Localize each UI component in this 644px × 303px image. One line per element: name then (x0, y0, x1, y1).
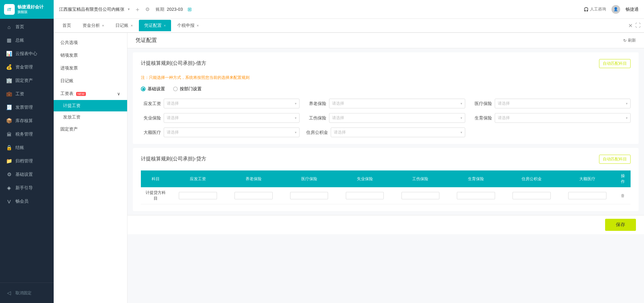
tab-journal[interactable]: 日记账 × (110, 20, 138, 31)
service-button[interactable]: 🎧 人工咨询 (584, 6, 606, 12)
row-label: 计提贷方科目 (141, 187, 170, 204)
sidebar-item-label: 税务管理 (15, 131, 33, 137)
sidebar-item-label: 发票管理 (15, 104, 33, 110)
tab-voucher-close[interactable]: × (164, 23, 166, 28)
select-gsbx-placeholder: 请选择 (332, 115, 344, 121)
app-edition: 旗舰版 (17, 10, 44, 14)
left-menu-public[interactable]: 公共选项 (54, 36, 127, 49)
select-yfgz-placeholder: 请选择 (167, 101, 179, 106)
sidebar-item-asset[interactable]: 🏢 固定资产 (0, 74, 54, 87)
tab-journal-label: 日记账 (115, 22, 128, 29)
radio-basic-label: 基础设置 (148, 86, 165, 92)
topbar-right: 🎧 人工咨询 👤 畅捷通 (584, 5, 639, 14)
col-sybx2: 生育保险 (448, 170, 504, 187)
home-icon: ⌂ (6, 24, 12, 30)
dropdown-arrow-icon[interactable]: ▾ (128, 7, 130, 11)
select-sybx[interactable]: 请选择 ▾ (164, 113, 300, 123)
input-dyyl[interactable] (568, 192, 606, 199)
sidebar-item-salary[interactable]: 💼 工资 (0, 87, 54, 101)
sidebar-item-home[interactable]: ⌂ 首页 (0, 20, 54, 34)
topbar: 江西服宝精品有限责任公司内账张 ▾ ＋ ⚙ 账期 2023-03 ⊞ 🎧 人工咨… (54, 0, 644, 19)
select-gsbx[interactable]: 请选择 ▾ (329, 113, 465, 123)
tab-finance-close[interactable]: × (102, 23, 104, 28)
input-zfgjj[interactable] (513, 192, 550, 199)
settings-gear-icon[interactable]: ⚙ (145, 6, 150, 12)
left-menu-salary-pay[interactable]: 发放工资 (54, 111, 127, 123)
col-sybx: 失业保险 (337, 170, 393, 187)
auto-match-credit-button[interactable]: 自动匹配科目 (599, 155, 631, 164)
sidebar-item-close[interactable]: 🔒 结账 (0, 141, 54, 154)
radio-dept[interactable]: 按部门设置 (173, 86, 202, 92)
pin-icon: ◁ (6, 290, 12, 296)
select-ylbx2-placeholder: 请选择 (498, 101, 510, 106)
input-yfgz[interactable] (179, 192, 217, 199)
sidebar-item-label: 畅会员 (15, 198, 29, 204)
refresh-button[interactable]: ↻ 刷新 (623, 38, 636, 43)
sidebar-item-report[interactable]: 📊 云报表中心 (0, 47, 54, 60)
avatar: 👤 (611, 5, 620, 14)
tab-tax[interactable]: 个税申报 × (172, 20, 204, 31)
left-menu-salary-table[interactable]: 工资表 NEW ∨ (54, 87, 127, 100)
credit-section: 计提核算规则(公司承担)-贷方 自动匹配科目 科目 应发工资 养老保险 医疗保险… (133, 148, 639, 211)
select-yfgz-arrow: ▾ (295, 102, 297, 105)
tabs-bar: 首页 资金分析 × 日记账 × 凭证配置 × 个税申报 × ✕ ⛶ (54, 19, 644, 33)
input-ylbx2[interactable] (290, 192, 328, 199)
sidebar-item-fund[interactable]: 💰 资金管理 (0, 60, 54, 74)
left-menu-sale-invoice[interactable]: 销项发票 (54, 49, 127, 62)
expand-tab-icon[interactable]: ⛶ (635, 22, 641, 29)
sidebar-item-settings[interactable]: ⚙ 基础设置 (0, 168, 54, 181)
input-sybx2[interactable] (457, 192, 495, 199)
sidebar-nav: ⌂ 首页 ▦ 总账 📊 云报表中心 💰 资金管理 🏢 固定资产 💼 工资 🧾 发… (0, 19, 54, 283)
left-menu-fixed-asset[interactable]: 固定资产 (54, 123, 127, 136)
form-item-gsbx: 工伤保险 请选择 ▾ (306, 113, 465, 123)
sidebar-item-member[interactable]: V 畅会员 (0, 195, 54, 208)
select-sybx-arrow: ▾ (295, 116, 297, 120)
auto-match-debit-button[interactable]: 自动匹配科目 (599, 59, 631, 68)
left-menu-purchase-invoice[interactable]: 进项发票 (54, 62, 127, 74)
refresh-label: 刷新 (628, 38, 636, 43)
left-menu-salary-calc[interactable]: 计提工资 (54, 100, 127, 111)
select-yfgz[interactable]: 请选择 ▾ (164, 99, 300, 108)
left-menu-journal[interactable]: 日记账 (54, 74, 127, 87)
cancel-pin-button[interactable]: ◁ 取消固定 (0, 286, 54, 300)
fund-icon: 💰 (6, 64, 12, 70)
select-ylbx2[interactable]: 请选择 ▾ (495, 99, 631, 108)
inventory-icon: 📦 (6, 118, 12, 124)
guide-icon: ◈ (6, 185, 12, 191)
input-sybx[interactable] (346, 192, 384, 199)
sidebar-item-invoice[interactable]: 🧾 发票管理 (0, 101, 54, 114)
select-sybx2-placeholder: 请选择 (498, 115, 510, 121)
debit-note: 注：只能选择一种方式，系统将按照您当前的选择来配置规则 (141, 75, 631, 81)
input-gsbx[interactable] (401, 192, 439, 199)
sidebar-item-archive[interactable]: 📁 归档管理 (0, 154, 54, 168)
sidebar-item-label: 库存核算 (15, 118, 33, 124)
tab-tax-close[interactable]: × (197, 23, 199, 28)
tab-voucher[interactable]: 凭证配置 × (139, 20, 171, 31)
sidebar-item-guide[interactable]: ◈ 新手引导 (0, 181, 54, 195)
save-button[interactable]: 保存 (605, 219, 636, 231)
col-ylbx: 养老保险 (226, 170, 281, 187)
tab-finance[interactable]: 资金分析 × (77, 20, 109, 31)
select-ylbx[interactable]: 请选择 ▾ (329, 99, 465, 108)
cell-action: 🗑 (615, 187, 631, 204)
member-icon: V (6, 199, 12, 204)
delete-icon[interactable]: 🗑 (621, 193, 625, 198)
select-dyyl[interactable]: 请选择 ▾ (164, 128, 300, 137)
add-company-icon[interactable]: ＋ (133, 5, 142, 13)
select-sybx2[interactable]: 请选择 ▾ (495, 113, 631, 123)
radio-basic[interactable]: 基础设置 (141, 86, 165, 92)
tab-journal-close[interactable]: × (130, 23, 132, 28)
input-ylbx[interactable] (234, 192, 272, 199)
close-tab-icon[interactable]: ✕ (628, 22, 633, 29)
expand-icon: ∨ (117, 91, 120, 96)
calendar-icon[interactable]: ⊞ (187, 6, 192, 12)
tab-home[interactable]: 首页 (57, 20, 76, 31)
service-label: 人工咨询 (590, 6, 606, 12)
tab-tax-label: 个税申报 (177, 22, 195, 29)
sidebar-item-ledger[interactable]: ▦ 总账 (0, 34, 54, 47)
sidebar-item-tax[interactable]: 🏛 税务管理 (0, 128, 54, 141)
select-zfgjj[interactable]: 请选择 ▾ (331, 128, 465, 137)
sidebar-item-inventory[interactable]: 📦 库存核算 (0, 114, 54, 128)
cell-ylbx (226, 187, 281, 204)
new-badge: NEW (76, 92, 86, 96)
